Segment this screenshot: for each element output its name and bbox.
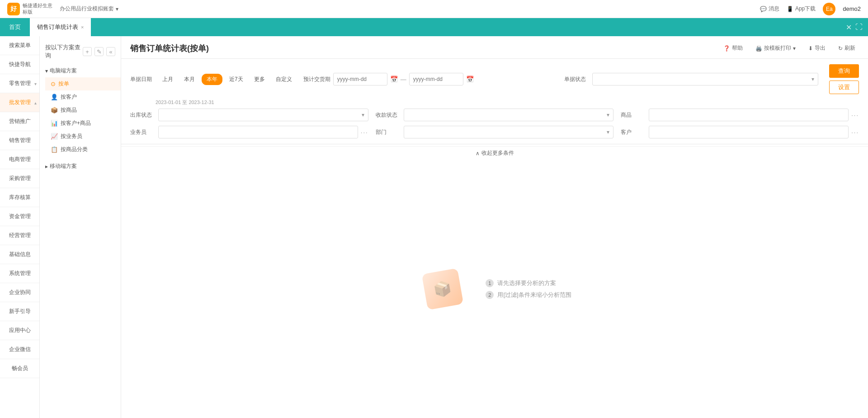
calendar-end-icon[interactable]: 📅 [466, 76, 474, 83]
sidebar-item-search[interactable]: 搜索菜单 [0, 36, 39, 55]
sidebar-item-retail[interactable]: 零售管理 ▾ [0, 74, 39, 93]
tree-item-by-customer-product[interactable]: 📊 按客户+商品 [45, 117, 121, 130]
sidebar-item-label: 企业微信 [4, 346, 36, 353]
collapse-panel-button[interactable]: « [106, 47, 115, 56]
expected-date-end-input[interactable] [409, 73, 463, 86]
tab-bar-right: ✕ ⛶ [846, 23, 868, 32]
salesperson-label: 业务员 [130, 128, 156, 136]
main-layout: 搜索菜单 快捷导航 零售管理 ▾ 批发管理 ▴ 营销推广 销售管理 电商管理 采… [0, 36, 868, 418]
app-download-button[interactable]: 📱 App下载 [787, 5, 816, 13]
sidebar-item-member[interactable]: 畅会员 [0, 359, 39, 378]
chevron-down-icon: ▾ [34, 81, 37, 86]
sidebar-item-purchase[interactable]: 采购管理 [0, 169, 39, 188]
receipt-status-dropdown-icon: ▾ [607, 112, 609, 118]
sidebar-item-finance[interactable]: 资金管理 [0, 207, 39, 226]
sidebar-item-enterprise[interactable]: 企业协同 [0, 283, 39, 302]
department-dropdown-icon: ▾ [607, 129, 609, 135]
sidebar-item-label: 库存核算 [4, 194, 36, 201]
sidebar-item-label: 基础信息 [4, 251, 36, 258]
sidebar-item-shortcuts[interactable]: 快捷导航 [0, 55, 39, 74]
tree-item-icon: 👤 [51, 94, 58, 100]
content-area: 按以下方案查询 + ✎ « ▾ 电脑端方案 ⊙ 按单 👤 按客户 [40, 36, 868, 418]
add-scheme-button[interactable]: + [83, 47, 92, 56]
sidebar-item-app-center[interactable]: 应用中心 [0, 321, 39, 340]
sidebar-item-label: 采购管理 [4, 175, 36, 182]
tab-close-icon[interactable]: × [81, 24, 84, 30]
filter-col-bill-status: 单据状态 ▾ [564, 73, 818, 86]
sidebar-item-ecommerce[interactable]: 电商管理 [0, 150, 39, 169]
tree-section-mobile[interactable]: ▸ 移动端方案 [40, 160, 121, 173]
user-name[interactable]: demo2 [843, 5, 861, 12]
product-more-icon[interactable]: ··· [851, 112, 859, 119]
sidebar-item-marketing[interactable]: 营销推广 [0, 112, 39, 131]
tab-home[interactable]: 首页 [0, 18, 30, 36]
sidebar-item-label: 销售管理 [4, 137, 36, 144]
message-button[interactable]: 💬 消息 [760, 5, 779, 13]
collapse-icon: ∧ [476, 150, 480, 157]
tab-sales-order-stats[interactable]: 销售订单统计表 × [30, 18, 91, 36]
tree-item-icon: 📊 [51, 120, 58, 127]
product-input[interactable] [649, 109, 849, 121]
bill-status-select[interactable]: ▾ [592, 73, 818, 86]
print-button[interactable]: 🖨️ 按模板打印 ▾ [752, 43, 799, 54]
sidebar-item-label: 畅会员 [4, 365, 36, 372]
sidebar-item-wechat[interactable]: 企业微信 [0, 340, 39, 359]
salesperson-more-icon[interactable]: ··· [361, 129, 368, 136]
date-btn-7days[interactable]: 近7天 [225, 74, 247, 85]
window-close-icon[interactable]: ✕ [846, 23, 852, 32]
top-bar: 好 畅捷通好生意 标版 办公用品行业模拟账套 ▾ 💬 消息 📱 App下载 Ea… [0, 0, 868, 18]
tree-item-by-category[interactable]: 📋 按商品分类 [45, 143, 121, 156]
tree-section-pc[interactable]: ▾ 电脑端方案 [40, 64, 121, 77]
calendar-start-icon[interactable]: 📅 [390, 76, 398, 83]
date-btn-this-year[interactable]: 本年 [202, 74, 222, 85]
filter-area: 单据日期 上月 本月 本年 近7天 更多 自定义 [121, 59, 868, 144]
tree-item-by-product[interactable]: 📦 按商品 [45, 104, 121, 117]
sidebar-item-label: 零售管理 [4, 80, 36, 87]
expected-date-start-input[interactable] [333, 73, 387, 86]
tree-item-by-customer[interactable]: 👤 按客户 [45, 90, 121, 104]
sidebar-item-basic-info[interactable]: 基础信息 [0, 245, 39, 264]
print-dropdown-icon: ▾ [793, 45, 796, 52]
sidebar-item-operations[interactable]: 经营管理 [0, 226, 39, 245]
workspace-arrow-icon: ▾ [116, 6, 118, 12]
sidebar-item-guide[interactable]: 新手引导 [0, 302, 39, 321]
filter-section: 单据日期 上月 本月 本年 近7天 更多 自定义 [121, 59, 868, 160]
collapse-filter-button[interactable]: ∧ 收起更多条件 [121, 146, 868, 160]
tree-item-icon: 📋 [51, 146, 58, 153]
query-button[interactable]: 查询 [829, 64, 859, 78]
out-status-label: 出库状态 [130, 111, 156, 119]
sidebar-item-inventory[interactable]: 库存核算 [0, 188, 39, 207]
empty-tip-2: 2 用[过滤]条件来缩小分析范围 [486, 291, 571, 299]
expected-date-label: 预计交货期 [303, 76, 330, 83]
workspace-selector[interactable]: 办公用品行业模拟账套 ▾ [56, 3, 122, 14]
window-expand-icon[interactable]: ⛶ [855, 23, 863, 31]
date-btn-this-month[interactable]: 本月 [180, 74, 199, 85]
logo-icon: 好 [7, 3, 20, 15]
sidebar-item-wholesale[interactable]: 批发管理 ▴ [0, 93, 39, 112]
salesperson-input[interactable] [158, 126, 358, 138]
settings-button[interactable]: 设置 [829, 81, 859, 94]
filter-col-receipt-status: 收款状态 ▾ [376, 109, 614, 121]
help-button[interactable]: ❓ 帮助 [720, 43, 746, 54]
export-button[interactable]: ⬇ 导出 [805, 43, 829, 54]
department-select[interactable]: ▾ [404, 126, 614, 138]
tree-item-icon: 📈 [51, 133, 58, 140]
filter-col-salesperson: 业务员 ··· [130, 126, 368, 138]
customer-more-icon[interactable]: ··· [851, 129, 859, 136]
tree-item-by-order[interactable]: ⊙ 按单 [45, 77, 121, 90]
out-status-select[interactable]: ▾ [158, 109, 368, 121]
sidebar-item-sales[interactable]: 销售管理 [0, 131, 39, 150]
receipt-status-select[interactable]: ▾ [404, 109, 614, 121]
filter-row-2: 出库状态 ▾ 收款状态 ▾ [130, 109, 859, 121]
customer-input[interactable] [649, 126, 849, 138]
date-buttons: 上月 本月 本年 近7天 更多 自定义 [158, 74, 296, 85]
date-btn-last-month[interactable]: 上月 [158, 74, 177, 85]
receipt-status-label: 收款状态 [376, 111, 401, 119]
out-status-dropdown-icon: ▾ [362, 112, 364, 118]
date-btn-more[interactable]: 更多 [250, 74, 269, 85]
date-btn-custom[interactable]: 自定义 [272, 74, 296, 85]
tree-item-by-salesperson[interactable]: 📈 按业务员 [45, 130, 121, 143]
sidebar-item-system[interactable]: 系统管理 [0, 264, 39, 283]
edit-scheme-button[interactable]: ✎ [94, 47, 104, 56]
refresh-button[interactable]: ↻ 刷新 [835, 43, 859, 54]
